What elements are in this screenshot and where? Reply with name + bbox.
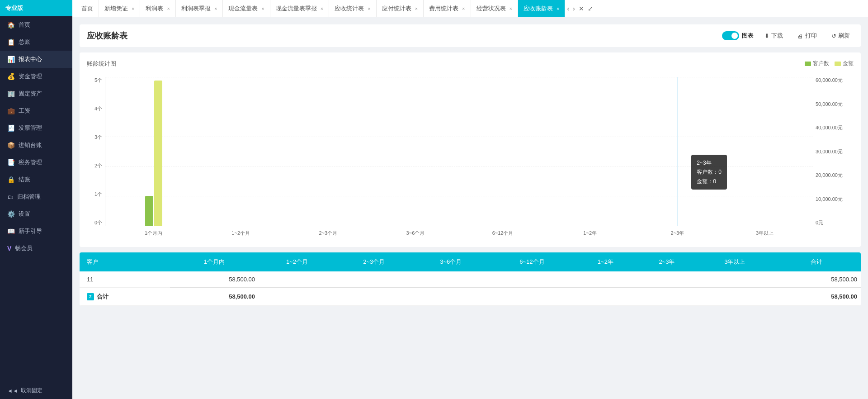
salary-icon: 💼: [7, 107, 15, 114]
assets-icon: 🏢: [7, 90, 15, 97]
print-button[interactable]: 🖨 打印: [794, 30, 821, 42]
capital-icon: 💰: [7, 73, 15, 80]
download-icon: ⬇: [764, 33, 769, 39]
x-label-3: 3~6个月: [372, 230, 459, 237]
sidebar-item-closing[interactable]: 🔒 结账: [0, 171, 72, 188]
tab-aging[interactable]: 应收账龄表 ×: [518, 0, 565, 17]
tab-operation-close[interactable]: ×: [509, 6, 512, 11]
legend-customers: 客户数: [805, 60, 829, 67]
chart-toggle[interactable]: 图表: [722, 31, 754, 40]
td-m23-0: [335, 271, 412, 288]
tab-voucher-close[interactable]: ×: [132, 6, 134, 11]
archive-icon: 🗂: [7, 193, 14, 200]
bar-group-0: [110, 77, 197, 226]
sidebar-item-assets[interactable]: 🏢 固定资产: [0, 85, 72, 102]
th-total: 合计: [772, 252, 861, 271]
tab-profit-quarter[interactable]: 利润表季报 ×: [176, 0, 223, 17]
main-area: 首页 新增凭证 × 利润表 × 利润表季报 × 现金流量表 × 现金流量表季报 …: [72, 0, 868, 399]
tab-cashflow-quarter-close[interactable]: ×: [321, 6, 323, 11]
sidebar-item-label: 新手引导: [19, 227, 42, 235]
tab-home[interactable]: 首页: [76, 0, 99, 17]
x-label-2: 2~3个月: [284, 230, 372, 237]
page-header: 应收账龄表 图表 ⬇ 下载 🖨 打印 ↺ 刷新: [80, 24, 861, 47]
tab-cashflow-close[interactable]: ×: [261, 6, 264, 11]
reports-icon: 📊: [7, 56, 15, 63]
tab-expand-button[interactable]: ⤢: [586, 5, 595, 12]
td-m612-0: [489, 271, 575, 288]
x-label-7: 3年以上: [721, 230, 808, 237]
sidebar-item-capital[interactable]: 💰 资金管理: [0, 68, 72, 85]
toggle-knob[interactable]: [722, 31, 739, 40]
tab-profit-quarter-close[interactable]: ×: [214, 6, 217, 11]
tab-next-button[interactable]: ›: [571, 5, 577, 12]
tab-expense-stat-close[interactable]: ×: [462, 6, 465, 11]
bar-group-6: [634, 77, 721, 226]
legend-amount-label: 金额: [843, 60, 854, 67]
sidebar-item-invoice[interactable]: 🧾 发票管理: [0, 119, 72, 137]
td-total-m36: [412, 288, 489, 306]
bar-group-7: [721, 77, 808, 226]
td-y23-0: [636, 271, 698, 288]
guide-icon: 📖: [7, 228, 15, 235]
td-total-y3plus: [698, 288, 772, 306]
tab-receivable-stat-close[interactable]: ×: [368, 6, 370, 11]
invoice-icon: 🧾: [7, 124, 15, 132]
td-customer-0: 11: [80, 271, 170, 288]
download-button[interactable]: ⬇ 下载: [761, 30, 787, 42]
sidebar-item-salary[interactable]: 💼 工资: [0, 102, 72, 119]
sidebar-item-label: 资金管理: [19, 72, 42, 81]
tax-icon: 📑: [7, 159, 15, 166]
x-label-0: 1个月内: [110, 230, 197, 237]
chart-container: 5个 4个 3个 2个 1个 0个: [87, 72, 854, 240]
sidebar-item-label: 总账: [19, 38, 30, 46]
table-row: 11 58,500.00 58,500.00: [80, 271, 861, 288]
th-m23: 2~3个月: [335, 252, 412, 271]
tab-payable-stat-close[interactable]: ×: [415, 6, 418, 11]
tab-payable-stat[interactable]: 应付统计表 ×: [377, 0, 424, 17]
td-m36-0: [412, 271, 489, 288]
td-total-m1: 58,500.00: [170, 288, 259, 306]
sidebar-item-reports[interactable]: 📊 报表中心: [0, 51, 72, 68]
sidebar-item-settings[interactable]: ⚙️ 设置: [0, 205, 72, 223]
sidebar-item-tax[interactable]: 📑 税务管理: [0, 154, 72, 171]
tab-expense-stat[interactable]: 费用统计表 ×: [424, 0, 471, 17]
th-customer: 客户: [80, 252, 170, 271]
tab-aging-close[interactable]: ×: [557, 6, 559, 11]
td-total-m612: [489, 288, 575, 306]
tab-cashflow-quarter[interactable]: 现金流量表季报 ×: [270, 0, 329, 17]
th-y23: 2~3年: [636, 252, 698, 271]
sidebar-item-guide[interactable]: 📖 新手引导: [0, 223, 72, 240]
sidebar-pin-toggle[interactable]: ◄◄ 取消固定: [0, 382, 72, 399]
sidebar-item-vip[interactable]: V 畅会员: [0, 240, 72, 257]
tab-close-all-button[interactable]: ✕: [577, 5, 586, 12]
refresh-icon: ↺: [831, 33, 836, 39]
sidebar-item-ledger[interactable]: 📋 总账: [0, 33, 72, 51]
bar-group-4: [459, 77, 547, 226]
tab-voucher[interactable]: 新增凭证 ×: [99, 0, 140, 17]
chart-section: 账龄统计图 客户数 金额 5个 4个 3个 2个 1个: [80, 52, 861, 247]
tab-prev-button[interactable]: ‹: [565, 5, 571, 12]
hover-line: [677, 77, 678, 226]
chart-plot: 2~3年 客户数：0 金额：0 1个月内 1~2个月 2~3个月 3~6个月: [105, 77, 813, 226]
th-m36: 3~6个月: [412, 252, 489, 271]
tab-receivable-stat[interactable]: 应收统计表 ×: [329, 0, 376, 17]
td-total-m12: [259, 288, 335, 306]
table-total-row: Σ 合计 58,500.00 58,500.00: [80, 288, 861, 306]
sidebar-item-archive[interactable]: 🗂 归档管理: [0, 188, 72, 205]
td-y3plus-0: [698, 271, 772, 288]
td-m12-0: [259, 271, 335, 288]
td-total-sum: 58,500.00: [772, 288, 861, 306]
tab-operation[interactable]: 经营状况表 ×: [471, 0, 518, 17]
tab-profit[interactable]: 利润表 ×: [140, 0, 175, 17]
sidebar-item-stock[interactable]: 📦 进销台账: [0, 137, 72, 154]
sidebar-item-label: 畅会员: [15, 244, 33, 252]
tab-cashflow[interactable]: 现金流量表 ×: [223, 0, 270, 17]
tab-profit-close[interactable]: ×: [167, 6, 170, 11]
refresh-button[interactable]: ↺ 刷新: [828, 30, 854, 42]
sidebar-item-home[interactable]: 🏠 首页: [0, 16, 72, 33]
content-area: 应收账龄表 图表 ⬇ 下载 🖨 打印 ↺ 刷新: [72, 17, 868, 399]
td-y12-0: [575, 271, 637, 288]
sidebar-item-label: 归档管理: [17, 193, 41, 201]
total-icon: Σ: [87, 293, 94, 300]
x-label-6: 2~3年: [634, 230, 721, 237]
